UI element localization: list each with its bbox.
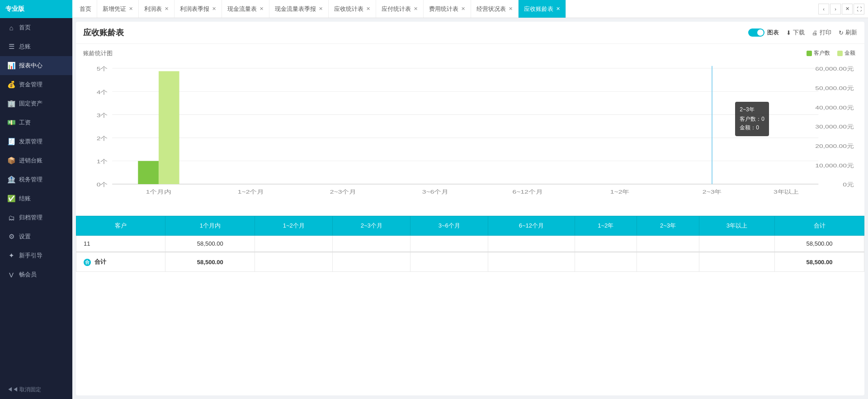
legend-customers-dot: [807, 51, 812, 56]
tab-aging[interactable]: 应收账龄表 ✕: [519, 0, 566, 18]
tab-profit-quarterly[interactable]: 利润表季报 ✕: [175, 0, 222, 18]
svg-text:1个: 1个: [97, 158, 108, 165]
chart-toggle[interactable]: 图表: [748, 28, 779, 37]
tab-prev-btn[interactable]: ‹: [818, 4, 829, 14]
cell-m36-0: [410, 236, 488, 252]
col-y3plus: 3年以上: [699, 216, 774, 236]
tab-bar: 首页 新增凭证 ✕ 利润表 ✕ 利润表季报 ✕ 现金流量表 ✕ 现金流量表季报 …: [72, 0, 868, 18]
sidebar-item-asset[interactable]: 🏢 固定资产: [0, 94, 72, 113]
toggle-track[interactable]: [748, 28, 764, 37]
archive-icon: 🗂: [7, 214, 15, 222]
sidebar-item-fund[interactable]: 💰 资金管理: [0, 75, 72, 94]
sidebar-collapse-btn[interactable]: ◀◀ 取消固定: [0, 380, 72, 399]
svg-text:30,000.00元: 30,000.00元: [815, 124, 854, 130]
sidebar-item-invoice[interactable]: 🧾 发票管理: [0, 132, 72, 151]
settle-icon: ✅: [7, 195, 15, 203]
footer-m36: [410, 252, 488, 272]
home-icon: ⌂: [7, 24, 15, 32]
sidebar-item-salary[interactable]: 💵 工资: [0, 113, 72, 132]
tab-close-expense-stat[interactable]: ✕: [461, 6, 465, 12]
tab-close-business[interactable]: ✕: [509, 6, 513, 12]
tab-home[interactable]: 首页: [74, 0, 97, 18]
tab-cashflow-quarterly[interactable]: 现金流量表季报 ✕: [269, 0, 329, 18]
svg-text:2~3年: 2~3年: [703, 189, 722, 195]
tab-close-cashflow-quarterly[interactable]: ✕: [319, 6, 323, 12]
page-area: 应收账龄表 图表 ⬇ 下载 🖨 打印 ↻ 刷新: [76, 22, 864, 395]
legend-amount: 金额: [837, 49, 855, 57]
print-btn[interactable]: 🖨 打印: [812, 28, 831, 37]
toggle-thumb: [757, 29, 764, 36]
salary-icon: 💵: [7, 119, 15, 127]
sidebar-item-ledger[interactable]: ☰ 总账: [0, 37, 72, 56]
sidebar: 专业版 ⌂ 首页 ☰ 总账 📊 报表中心 💰 资金管理 🏢 固定资产 💵 工资 …: [0, 0, 72, 399]
tab-next-btn[interactable]: ›: [830, 4, 841, 14]
tab-fullscreen-btn[interactable]: ⛶: [854, 4, 864, 14]
page-title: 应收账龄表: [83, 27, 748, 38]
vip-icon: V: [7, 271, 15, 279]
sidebar-item-archive[interactable]: 🗂 归档管理: [0, 208, 72, 227]
chart-container: 5个 4个 3个 2个 1个 0个 60,000.00元 50,000.00元 …: [83, 61, 857, 206]
sidebar-item-settle[interactable]: ✅ 结账: [0, 189, 72, 208]
sidebar-item-tax[interactable]: 🏦 税务管理: [0, 170, 72, 189]
cell-total-0: 58,500.00: [775, 236, 864, 252]
col-total: 合计: [775, 216, 864, 236]
footer-m23: [333, 252, 410, 272]
print-icon: 🖨: [812, 29, 818, 36]
asset-icon: 🏢: [7, 100, 15, 108]
tab-close-cashflow[interactable]: ✕: [259, 6, 264, 12]
sidebar-item-home[interactable]: ⌂ 首页: [0, 18, 72, 37]
sidebar-item-guide[interactable]: ✦ 新手引导: [0, 246, 72, 265]
col-m1: 1个月内: [165, 216, 255, 236]
bar-customers-0[interactable]: [138, 161, 159, 184]
cell-y3plus-0: [699, 236, 774, 252]
footer-y3plus: [699, 252, 774, 272]
tab-close-all-btn[interactable]: ✕: [842, 4, 853, 14]
sidebar-item-settings[interactable]: ⚙ 设置: [0, 227, 72, 246]
col-customer: 客户: [76, 216, 165, 236]
tab-close-receivable-stat[interactable]: ✕: [366, 6, 370, 12]
footer-label: 合 合计: [76, 252, 165, 272]
main-area: 首页 新增凭证 ✕ 利润表 ✕ 利润表季报 ✕ 现金流量表 ✕ 现金流量表季报 …: [72, 0, 868, 399]
report-icon: 📊: [7, 62, 15, 70]
bar-amount-0[interactable]: [159, 71, 179, 184]
cell-m12-0: [255, 236, 333, 252]
fund-icon: 💰: [7, 81, 15, 89]
refresh-btn[interactable]: ↻ 刷新: [839, 28, 857, 37]
tab-expense-stat[interactable]: 费用统计表 ✕: [424, 0, 471, 18]
tab-voucher[interactable]: 新增凭证 ✕: [97, 0, 139, 18]
col-m612: 6~12个月: [488, 216, 575, 236]
tab-close-payable-stat[interactable]: ✕: [414, 6, 418, 12]
tab-close-aging[interactable]: ✕: [556, 6, 560, 12]
tab-cashflow[interactable]: 现金流量表 ✕: [222, 0, 269, 18]
table-row: 11 58,500.00 58,500.00: [76, 236, 864, 252]
svg-text:10,000.00元: 10,000.00元: [815, 162, 854, 169]
table-header-row: 客户 1个月内 1~2个月 2~3个月 3~6个月 6~12个月 1~2年 2~…: [76, 216, 864, 236]
svg-text:2个: 2个: [97, 135, 108, 142]
tab-close-profit-quarterly[interactable]: ✕: [212, 6, 216, 12]
sidebar-item-vip[interactable]: V 畅会员: [0, 265, 72, 284]
tab-nav-buttons: ‹ › ✕ ⛶: [816, 4, 866, 14]
tab-receivable-stat[interactable]: 应收统计表 ✕: [329, 0, 376, 18]
sidebar-item-report[interactable]: 📊 报表中心: [0, 56, 72, 75]
col-m23: 2~3个月: [333, 216, 410, 236]
svg-text:0个: 0个: [97, 181, 108, 188]
svg-text:0元: 0元: [843, 181, 854, 188]
ledger-icon: ☰: [7, 43, 15, 51]
tab-payable-stat[interactable]: 应付统计表 ✕: [376, 0, 424, 18]
cell-y12-0: [575, 236, 637, 252]
refresh-icon: ↻: [839, 29, 844, 36]
tab-business[interactable]: 经营状况表 ✕: [471, 0, 519, 18]
download-icon: ⬇: [786, 29, 791, 36]
chart-title: 账龄统计图: [83, 49, 857, 57]
download-btn[interactable]: ⬇ 下载: [786, 28, 805, 37]
tab-close-profit[interactable]: ✕: [165, 6, 169, 12]
tab-close-voucher[interactable]: ✕: [129, 6, 133, 12]
legend-customers: 客户数: [807, 49, 830, 57]
table-footer-row: 合 合计 58,500.00 58,500.00: [76, 252, 864, 272]
toggle-label: 图表: [767, 28, 779, 37]
page-header: 应收账龄表 图表 ⬇ 下载 🖨 打印 ↻ 刷新: [76, 22, 864, 44]
sidebar-item-stock[interactable]: 📦 进销台账: [0, 151, 72, 170]
col-y12: 1~2年: [575, 216, 637, 236]
tab-profit[interactable]: 利润表 ✕: [139, 0, 175, 18]
total-icon: 合: [84, 259, 91, 266]
